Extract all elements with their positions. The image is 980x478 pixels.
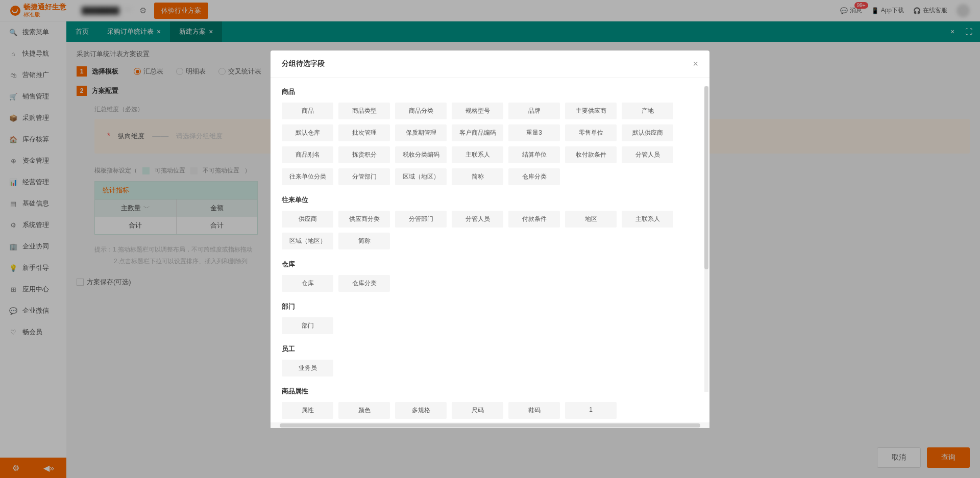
field-tag[interactable]: 分管部门 (338, 168, 390, 185)
horizontal-scrollbar[interactable] (271, 422, 709, 428)
field-tag[interactable]: 结算单位 (508, 146, 560, 163)
field-tag[interactable]: 区域（地区） (395, 168, 447, 185)
field-tag[interactable]: 税收分类编码 (395, 146, 447, 163)
field-section-5: 商品属性属性颜色多规格尺码鞋码1 (282, 387, 698, 419)
tags-container: 业务员 (282, 360, 698, 376)
field-section-0: 商品商品商品类型商品分类规格型号品牌主要供应商产地默认仓库批次管理保质期管理客户… (282, 87, 698, 185)
field-section-4: 员工业务员 (282, 344, 698, 376)
field-tag[interactable]: 供应商分类 (338, 211, 390, 228)
field-tag[interactable]: 简称 (452, 168, 503, 185)
field-tag[interactable]: 分管部门 (395, 211, 447, 228)
field-tag[interactable]: 重量3 (508, 124, 560, 141)
field-tag[interactable]: 主要供应商 (565, 103, 617, 119)
close-icon[interactable]: × (693, 59, 698, 69)
field-tag[interactable]: 默认仓库 (282, 124, 333, 141)
field-tag[interactable]: 主联系人 (452, 146, 503, 163)
field-tag[interactable]: 仓库分类 (508, 168, 560, 185)
field-tag[interactable]: 产地 (622, 103, 673, 119)
field-selector-modal: 分组待选字段 × 商品商品商品类型商品分类规格型号品牌主要供应商产地默认仓库批次… (271, 51, 709, 428)
tags-container: 部门 (282, 317, 698, 334)
field-tag[interactable]: 仓库分类 (338, 275, 390, 292)
field-tag[interactable]: 分管人员 (622, 146, 673, 163)
field-tag[interactable]: 品牌 (508, 103, 560, 119)
vertical-scrollbar[interactable] (704, 86, 708, 392)
tags-container: 仓库仓库分类 (282, 275, 698, 292)
section-title: 商品属性 (282, 387, 698, 396)
field-tag[interactable]: 仓库 (282, 275, 333, 292)
field-section-3: 部门部门 (282, 302, 698, 334)
field-tag[interactable]: 供应商 (282, 211, 333, 228)
field-tag[interactable]: 尺码 (452, 402, 503, 419)
modal-body: 商品商品商品类型商品分类规格型号品牌主要供应商产地默认仓库批次管理保质期管理客户… (271, 78, 709, 422)
field-tag[interactable]: 主联系人 (622, 211, 673, 228)
field-tag[interactable]: 零售单位 (565, 124, 617, 141)
section-title: 往来单位 (282, 195, 698, 205)
field-tag[interactable]: 1 (565, 402, 617, 419)
section-title: 仓库 (282, 260, 698, 269)
field-tag[interactable]: 业务员 (282, 360, 333, 376)
field-tag[interactable]: 商品分类 (395, 103, 447, 119)
field-tag[interactable]: 分管人员 (452, 211, 503, 228)
field-tag[interactable]: 商品 (282, 103, 333, 119)
modal-header: 分组待选字段 × (271, 51, 709, 78)
tags-container: 供应商供应商分类分管部门分管人员付款条件地区主联系人区域（地区）简称 (282, 211, 698, 249)
field-tag[interactable]: 付款条件 (508, 211, 560, 228)
tags-container: 商品商品类型商品分类规格型号品牌主要供应商产地默认仓库批次管理保质期管理客户商品… (282, 103, 698, 185)
field-tag[interactable]: 地区 (565, 211, 617, 228)
modal-overlay: 分组待选字段 × 商品商品商品类型商品分类规格型号品牌主要供应商产地默认仓库批次… (0, 0, 980, 478)
field-tag[interactable]: 简称 (338, 233, 390, 249)
section-title: 员工 (282, 344, 698, 354)
field-section-2: 仓库仓库仓库分类 (282, 260, 698, 292)
field-tag[interactable]: 多规格 (395, 402, 447, 419)
field-tag[interactable]: 收付款条件 (565, 146, 617, 163)
field-tag[interactable]: 颜色 (338, 402, 390, 419)
section-title: 商品 (282, 87, 698, 96)
field-tag[interactable]: 商品类型 (338, 103, 390, 119)
field-tag[interactable]: 商品别名 (282, 146, 333, 163)
field-tag[interactable]: 规格型号 (452, 103, 503, 119)
field-tag[interactable]: 鞋码 (508, 402, 560, 419)
field-tag[interactable]: 保质期管理 (395, 124, 447, 141)
tags-container: 属性颜色多规格尺码鞋码1 (282, 402, 698, 419)
field-tag[interactable]: 批次管理 (338, 124, 390, 141)
field-tag[interactable]: 默认供应商 (622, 124, 673, 141)
modal-title: 分组待选字段 (282, 59, 325, 68)
field-tag[interactable]: 客户商品编码 (452, 124, 503, 141)
field-tag[interactable]: 属性 (282, 402, 333, 419)
section-title: 部门 (282, 302, 698, 311)
field-tag[interactable]: 拣货积分 (338, 146, 390, 163)
field-section-1: 往来单位供应商供应商分类分管部门分管人员付款条件地区主联系人区域（地区）简称 (282, 195, 698, 249)
field-tag[interactable]: 区域（地区） (282, 233, 333, 249)
field-tag[interactable]: 部门 (282, 317, 333, 334)
field-tag[interactable]: 往来单位分类 (282, 168, 333, 185)
